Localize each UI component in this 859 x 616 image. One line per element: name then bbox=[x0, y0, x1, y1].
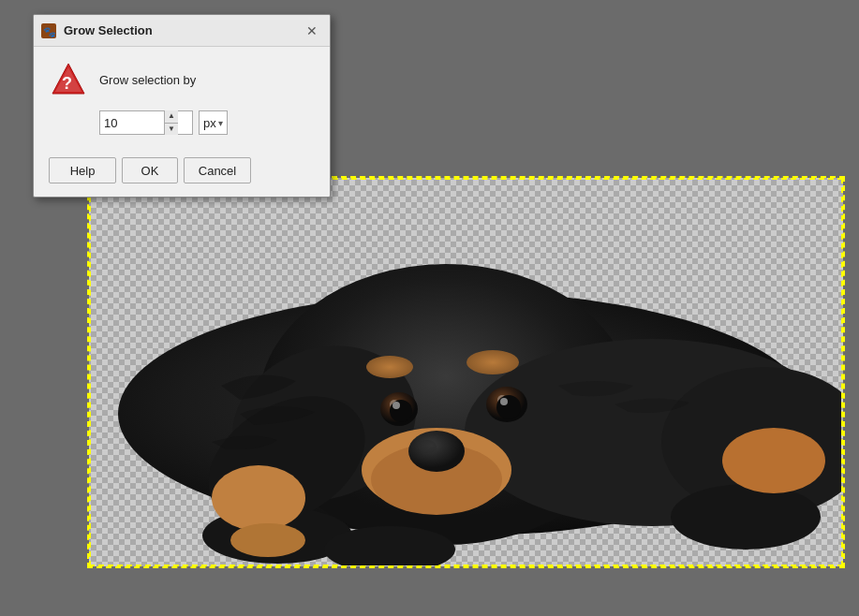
dog-image bbox=[90, 180, 841, 565]
dog-svg bbox=[90, 180, 841, 565]
spin-down-button[interactable]: ▼ bbox=[165, 123, 178, 136]
svg-point-24 bbox=[408, 431, 465, 472]
number-input-wrap[interactable]: ▲ ▼ bbox=[99, 110, 193, 135]
svg-point-21 bbox=[496, 395, 521, 419]
svg-point-13 bbox=[212, 465, 305, 531]
spin-up-button[interactable]: ▲ bbox=[165, 110, 178, 123]
svg-point-14 bbox=[230, 523, 305, 557]
label-row: ? Grow selection by bbox=[49, 60, 315, 99]
grow-selection-label: Grow selection by bbox=[99, 73, 196, 87]
ok-button[interactable]: OK bbox=[122, 157, 178, 183]
unit-dropdown-icon: ▾ bbox=[218, 118, 223, 128]
warning-icon-wrap: ? bbox=[49, 60, 88, 99]
grow-selection-dialog: 🐾 Grow Selection ✕ ? Grow selection by bbox=[33, 14, 331, 198]
spin-up-icon: ▲ bbox=[168, 112, 175, 120]
help-button[interactable]: Help bbox=[49, 157, 116, 183]
grow-value-input[interactable] bbox=[100, 111, 164, 134]
dialog-title-left: 🐾 Grow Selection bbox=[41, 23, 153, 38]
gimp-app-icon: 🐾 bbox=[41, 23, 56, 38]
cancel-button[interactable]: Cancel bbox=[184, 157, 251, 183]
dialog-titlebar: 🐾 Grow Selection ✕ bbox=[34, 15, 330, 47]
warning-triangle-icon: ? bbox=[50, 61, 87, 98]
svg-point-20 bbox=[390, 400, 412, 422]
svg-point-25 bbox=[418, 440, 437, 453]
dialog-footer: Help OK Cancel bbox=[34, 150, 330, 197]
svg-text:🐾: 🐾 bbox=[43, 25, 56, 38]
svg-point-15 bbox=[722, 428, 825, 493]
unit-select-text: px bbox=[203, 116, 216, 130]
close-button[interactable]: ✕ bbox=[302, 21, 322, 41]
unit-select-wrap[interactable]: px ▾ bbox=[199, 110, 228, 135]
close-icon: ✕ bbox=[306, 23, 318, 38]
svg-text:?: ? bbox=[62, 74, 72, 93]
input-row: ▲ ▼ px ▾ bbox=[99, 110, 315, 135]
svg-point-8 bbox=[671, 484, 821, 550]
svg-point-23 bbox=[500, 398, 508, 405]
svg-point-10 bbox=[467, 350, 519, 374]
svg-point-22 bbox=[392, 402, 400, 409]
dialog-body: ? Grow selection by ▲ ▼ bbox=[34, 47, 330, 150]
spin-down-icon: ▼ bbox=[168, 125, 175, 133]
dialog-title-text: Grow Selection bbox=[64, 23, 153, 37]
svg-point-9 bbox=[366, 356, 413, 378]
spin-buttons: ▲ ▼ bbox=[164, 110, 178, 135]
